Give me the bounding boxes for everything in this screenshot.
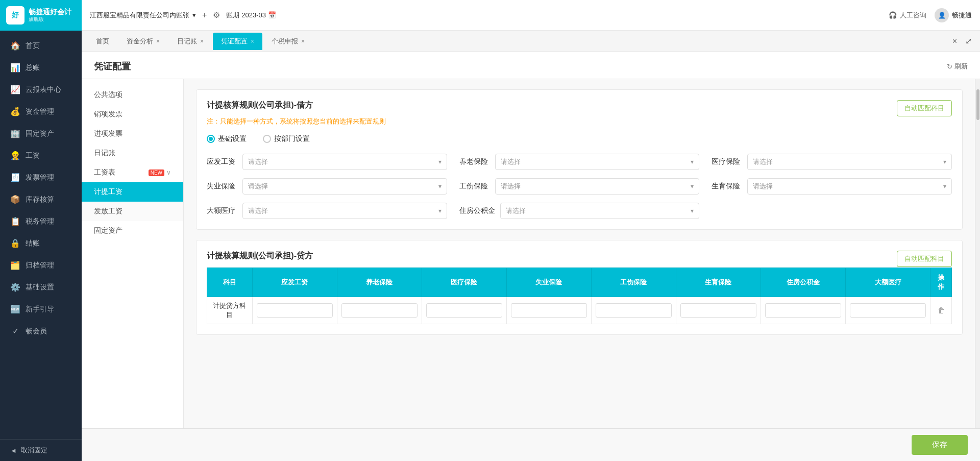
sidebar-item-invoice[interactable]: 🧾 发票管理 [0, 166, 82, 188]
service-label: 人工咨询 [900, 11, 926, 20]
field-zfgjj-placeholder: 请选择 [506, 206, 526, 215]
menu-item-accrual[interactable]: 计提工资 [82, 182, 183, 202]
radio-dept[interactable]: 按部门设置 [263, 134, 310, 143]
field-sybx2-select[interactable]: 请选择 ▾ [747, 178, 952, 195]
input-sybx2[interactable] [680, 303, 756, 318]
input-gsbx[interactable] [596, 303, 672, 318]
tab-voucher-close[interactable]: × [251, 38, 254, 45]
scrollbar[interactable] [975, 79, 980, 428]
input-sybx[interactable] [511, 303, 587, 318]
radio-basic[interactable]: 基础设置 [207, 134, 247, 143]
logo-text-area: 畅捷通好会计 旗舰版 [29, 8, 71, 23]
tab-journal-close[interactable]: × [200, 38, 204, 45]
col-yfgz: 应发工资 [252, 268, 337, 297]
menu-item-payroll-issue[interactable]: 发放工资 [82, 202, 183, 221]
cell-ylbx2 [422, 297, 506, 324]
sidebar-item-payroll-label: 工资 [26, 151, 40, 160]
sidebar-item-settings[interactable]: ⚙️ 基础设置 [0, 276, 82, 298]
field-dely-select[interactable]: 请选择 ▾ [242, 203, 447, 219]
field-zfgjj-select[interactable]: 请选择 ▾ [500, 203, 700, 219]
close-all-tabs-button[interactable]: × [950, 34, 959, 48]
tab-tax-label: 个税申报 [272, 37, 298, 46]
sidebar-item-guide[interactable]: 🆕 新手引导 [0, 298, 82, 320]
menu-item-purchase-invoice[interactable]: 进项发票 [82, 124, 183, 143]
credit-section-title: 计提核算规则(公司承担)-贷方 [207, 251, 952, 261]
sidebar-item-fixed-asset[interactable]: 🏢 固定资产 [0, 123, 82, 144]
credit-auto-match-button[interactable]: 自动匹配科目 [897, 251, 952, 267]
capital-icon: 💰 [10, 107, 20, 116]
cell-yfgz [252, 297, 337, 324]
add-tab-button[interactable]: + [202, 11, 207, 20]
radio-dept-label: 按部门设置 [274, 134, 310, 143]
input-ylbx2[interactable] [426, 303, 502, 318]
sidebar-item-capital[interactable]: 💰 资金管理 [0, 101, 82, 123]
field-ylbx-placeholder: 请选择 [501, 157, 521, 166]
refresh-button[interactable]: ↻ 刷新 [947, 62, 968, 71]
sidebar-item-reports[interactable]: 📈 云报表中心 [0, 79, 82, 101]
invoice-icon: 🧾 [10, 173, 20, 182]
tab-tax[interactable]: 个税申报 × [263, 33, 313, 50]
field-empty [712, 203, 952, 219]
reports-icon: 📈 [10, 85, 20, 94]
tab-capital-close[interactable]: × [156, 38, 160, 45]
inventory-icon: 📦 [10, 195, 20, 204]
cell-sybx [506, 297, 591, 324]
field-ylbx-select[interactable]: 请选择 ▾ [495, 154, 700, 170]
row-label: 计提贷方科目 [207, 297, 253, 324]
input-zfgjj[interactable] [765, 303, 841, 318]
tab-home[interactable]: 首页 [88, 33, 117, 50]
tab-home-label: 首页 [96, 37, 109, 46]
sidebar-item-closing[interactable]: 🔒 结账 [0, 232, 82, 254]
field-gsbx: 工伤保险 请选择 ▾ [459, 178, 700, 195]
tab-journal[interactable]: 日记账 × [169, 33, 212, 50]
fullscreen-button[interactable]: ⤢ [963, 34, 974, 48]
user-area[interactable]: 👤 畅捷通 [935, 8, 972, 22]
input-ylbx[interactable] [341, 303, 418, 318]
menu-item-sales-invoice[interactable]: 销项发票 [82, 105, 183, 124]
sidebar-item-inventory[interactable]: 📦 库存核算 [0, 188, 82, 210]
menu-item-journal-label: 日记账 [94, 149, 115, 158]
field-gsbx-select[interactable]: 请选择 ▾ [495, 178, 700, 195]
sidebar-item-capital-label: 资金管理 [26, 107, 54, 116]
menu-item-public[interactable]: 公共选项 [82, 85, 183, 105]
sidebar-item-payroll[interactable]: 👷 工资 [0, 144, 82, 166]
home-icon: 🏠 [10, 41, 20, 51]
menu-item-payroll-label: 工资表 [94, 168, 115, 177]
save-button[interactable]: 保存 [912, 435, 968, 455]
delete-row-button[interactable]: 🗑 [938, 306, 945, 314]
col-zfgjj: 住房公积金 [761, 268, 846, 297]
tab-capital[interactable]: 资金分析 × [118, 33, 168, 50]
field-ylbx2: 医疗保险 请选择 ▾ [712, 154, 952, 170]
input-dely[interactable] [850, 303, 926, 318]
calendar-icon[interactable]: 📅 [268, 11, 276, 19]
sidebar-item-member[interactable]: ✓ 畅会员 [0, 320, 82, 342]
topbar: 江西服宝精品有限责任公司内账张 ▾ + ⚙ 账期 2023-03 📅 🎧 人工咨… [82, 0, 980, 31]
sidebar-item-tax[interactable]: 📋 税务管理 [0, 210, 82, 232]
tab-voucher[interactable]: 凭证配置 × [213, 33, 262, 50]
company-select[interactable]: 江西服宝精品有限责任公司内账张 ▾ [90, 11, 196, 20]
field-yfgz-label: 应发工资 [207, 157, 237, 166]
field-yfgz-select[interactable]: 请选择 ▾ [242, 154, 447, 170]
service-button[interactable]: 🎧 人工咨询 [889, 11, 926, 20]
debit-auto-match-button[interactable]: 自动匹配科目 [897, 100, 952, 116]
company-name: 江西服宝精品有限责任公司内账张 [90, 11, 189, 20]
tab-voucher-label: 凭证配置 [221, 37, 248, 46]
settings-icon-topbar[interactable]: ⚙ [213, 10, 220, 20]
input-yfgz[interactable] [257, 303, 333, 318]
logo-icon: 好 [6, 6, 24, 25]
debit-section: 计提核算规则(公司承担)-借方 注：只能选择一种方式，系统将按照您当前的选择来配… [196, 89, 963, 230]
menu-item-journal[interactable]: 日记账 [82, 143, 183, 163]
field-zfgjj-label: 住房公积金 [459, 206, 495, 215]
sidebar-item-archive[interactable]: 🗂️ 归档管理 [0, 254, 82, 276]
menu-item-fixed-asset-menu[interactable]: 固定资产 [82, 221, 183, 240]
tax-icon: 📋 [10, 216, 20, 226]
sidebar-item-home[interactable]: 🏠 首页 [0, 35, 82, 57]
tab-tax-close[interactable]: × [301, 38, 305, 45]
unpin-button[interactable]: ◄ 取消固定 [0, 439, 82, 461]
field-ylbx2-select[interactable]: 请选择 ▾ [747, 154, 952, 170]
sidebar-item-ledger[interactable]: 📊 总账 [0, 57, 82, 79]
field-sybx-select[interactable]: 请选择 ▾ [242, 178, 447, 195]
closing-icon: 🔒 [10, 238, 20, 248]
menu-item-payroll[interactable]: 工资表 NEW ∨ [82, 163, 183, 182]
cell-ylbx [337, 297, 422, 324]
